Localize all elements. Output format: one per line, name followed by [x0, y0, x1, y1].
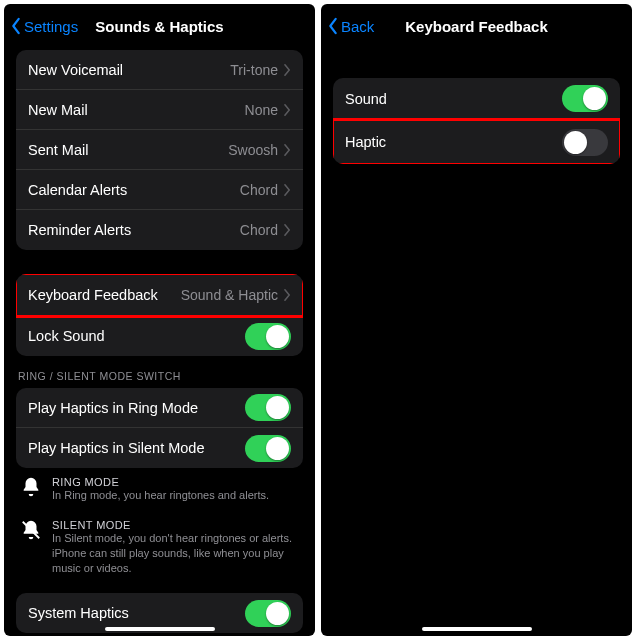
silent-mode-title: SILENT MODE: [52, 519, 299, 531]
ring-switch-list: Play Haptics in Ring Mode Play Haptics i…: [16, 388, 303, 468]
chevron-right-icon: [284, 289, 291, 301]
silent-mode-info: SILENT MODE In Silent mode, you don't he…: [4, 511, 315, 584]
row-value: Chord: [240, 182, 278, 198]
back-button[interactable]: Back: [327, 17, 374, 35]
feedback-list: Sound Haptic: [333, 78, 620, 164]
row-haptics-ring: Play Haptics in Ring Mode: [16, 388, 303, 428]
row-calendar-alerts[interactable]: Calendar Alerts Chord: [16, 170, 303, 210]
haptics-silent-toggle[interactable]: [245, 435, 291, 462]
alerts-list: New Voicemail Tri-tone New Mail None Sen…: [16, 50, 303, 250]
row-sent-mail[interactable]: Sent Mail Swoosh: [16, 130, 303, 170]
row-label: Sent Mail: [28, 142, 228, 158]
row-new-voicemail[interactable]: New Voicemail Tri-tone: [16, 50, 303, 90]
row-label: Keyboard Feedback: [28, 287, 181, 303]
chevron-right-icon: [284, 184, 291, 196]
row-keyboard-feedback[interactable]: Keyboard Feedback Sound & Haptic: [16, 274, 303, 316]
back-label: Settings: [24, 18, 78, 35]
row-label: Play Haptics in Ring Mode: [28, 400, 245, 416]
system-footer: Play haptics for system controls and int…: [4, 633, 315, 636]
bell-slash-icon: [20, 519, 42, 541]
bell-icon: [20, 476, 42, 498]
ring-header: RING / SILENT MODE SWITCH: [4, 370, 315, 388]
row-label: New Voicemail: [28, 62, 230, 78]
row-new-mail[interactable]: New Mail None: [16, 90, 303, 130]
row-label: System Haptics: [28, 605, 245, 621]
phone-right: Back Keyboard Feedback Sound Haptic: [321, 4, 632, 636]
row-label: Haptic: [345, 134, 562, 150]
system-haptics-toggle[interactable]: [245, 600, 291, 627]
home-indicator[interactable]: [105, 627, 215, 631]
row-value: Swoosh: [228, 142, 278, 158]
row-value: None: [245, 102, 278, 118]
sound-toggle[interactable]: [562, 85, 608, 112]
chevron-right-icon: [284, 144, 291, 156]
row-value: Sound & Haptic: [181, 287, 278, 303]
chevron-left-icon: [327, 17, 339, 35]
row-lock-sound: Lock Sound: [16, 316, 303, 356]
row-reminder-alerts[interactable]: Reminder Alerts Chord: [16, 210, 303, 250]
back-label: Back: [341, 18, 374, 35]
row-haptics-silent: Play Haptics in Silent Mode: [16, 428, 303, 468]
haptics-ring-toggle[interactable]: [245, 394, 291, 421]
row-label: Sound: [345, 91, 562, 107]
content: New Voicemail Tri-tone New Mail None Sen…: [4, 50, 315, 636]
row-label: Reminder Alerts: [28, 222, 240, 238]
chevron-right-icon: [284, 224, 291, 236]
silent-mode-body: In Silent mode, you don't hear ringtones…: [52, 531, 299, 576]
chevron-right-icon: [284, 64, 291, 76]
row-value: Chord: [240, 222, 278, 238]
haptic-toggle[interactable]: [562, 129, 608, 156]
chevron-right-icon: [284, 104, 291, 116]
row-label: Play Haptics in Silent Mode: [28, 440, 245, 456]
ring-mode-info: RING MODE In Ring mode, you hear rington…: [4, 468, 315, 511]
row-haptic: Haptic: [333, 120, 620, 164]
row-label: Lock Sound: [28, 328, 245, 344]
row-label: Calendar Alerts: [28, 182, 240, 198]
ring-mode-body: In Ring mode, you hear ringtones and ale…: [52, 488, 269, 503]
back-button[interactable]: Settings: [10, 17, 78, 35]
navbar: Settings Sounds & Haptics: [4, 4, 315, 48]
ring-mode-title: RING MODE: [52, 476, 269, 488]
phone-left: Settings Sounds & Haptics New Voicemail …: [4, 4, 315, 636]
lock-sound-toggle[interactable]: [245, 323, 291, 350]
home-indicator[interactable]: [422, 627, 532, 631]
row-sound: Sound: [333, 78, 620, 120]
keyboard-lock-list: Keyboard Feedback Sound & Haptic Lock So…: [16, 274, 303, 356]
navbar: Back Keyboard Feedback: [321, 4, 632, 48]
row-value: Tri-tone: [230, 62, 278, 78]
row-label: New Mail: [28, 102, 245, 118]
chevron-left-icon: [10, 17, 22, 35]
